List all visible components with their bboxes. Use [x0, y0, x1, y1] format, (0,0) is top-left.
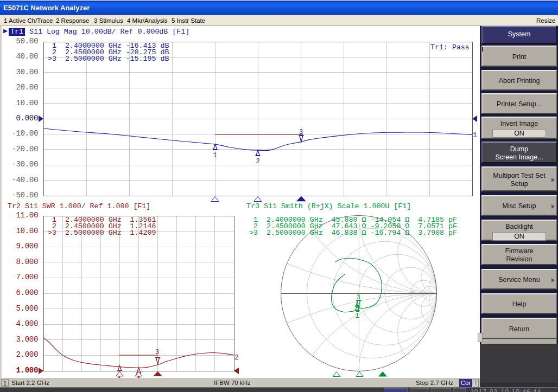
svg-text:2: 2 [356, 306, 359, 314]
svg-text:3: 3 [356, 294, 360, 301]
